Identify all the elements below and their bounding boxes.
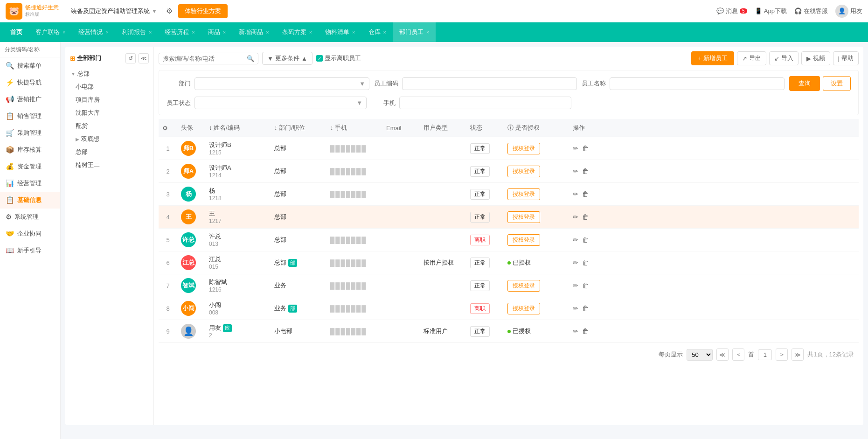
trial-button[interactable]: 体验行业方案 — [178, 4, 228, 18]
help-button[interactable]: | 帮助 — [833, 51, 859, 65]
col-phone[interactable]: ↕ 手机 — [326, 119, 382, 137]
authorize-button[interactable]: 授权登录 — [507, 143, 540, 154]
tab-goods[interactable]: 商品 × — [201, 22, 232, 42]
dept-filter-select[interactable]: ▼ — [194, 77, 369, 90]
sidebar-item-enterprise[interactable]: 🤝 企业协同 — [0, 225, 60, 242]
message-button[interactable]: 💬 消息 5 — [716, 7, 747, 15]
more-filter-button[interactable]: ▼ 更多条件 ▲ — [262, 52, 312, 65]
edit-icon[interactable]: ✏ — [573, 282, 578, 289]
add-employee-button[interactable]: + 新增员工 — [691, 51, 734, 65]
dept-refresh-button[interactable]: ↺ — [125, 53, 136, 63]
gear-button[interactable]: ⚙ — [166, 7, 173, 15]
edit-icon[interactable]: ✏ — [573, 145, 578, 152]
delete-icon[interactable]: 🗑 — [582, 145, 589, 152]
tab-employees[interactable]: 部门员工 × — [393, 22, 436, 42]
tab-bom[interactable]: 物料清单 × — [319, 22, 361, 42]
authorize-button[interactable]: 授权登录 — [507, 188, 540, 200]
sidebar-search-input[interactable] — [5, 46, 61, 53]
edit-icon[interactable]: ✏ — [573, 190, 578, 198]
employee-search-input[interactable] — [163, 55, 247, 62]
dept-node-small-electric[interactable]: 小电部 — [68, 80, 151, 93]
col-name[interactable]: ↕ 姓名/编码 — [205, 119, 271, 137]
col-settings[interactable]: ⚙ — [159, 119, 177, 137]
authorize-button[interactable]: 授权登录 — [507, 234, 540, 246]
show-resigned-toggle[interactable]: ✓ 显示离职员工 — [316, 54, 361, 63]
close-icon[interactable]: × — [426, 29, 429, 35]
close-icon[interactable]: × — [266, 29, 269, 35]
emp-code-input[interactable] — [402, 77, 577, 90]
export-button[interactable]: ↗ 导出 — [737, 51, 766, 65]
delete-icon[interactable]: 🗑 — [582, 213, 589, 221]
delete-icon[interactable]: 🗑 — [582, 328, 589, 335]
settings-button[interactable]: 设置 — [823, 76, 851, 91]
tab-profit[interactable]: 利润报告 × — [115, 22, 158, 42]
last-page-button[interactable]: ≫ — [792, 348, 804, 361]
sidebar-item-sales[interactable]: 📋 销售管理 — [0, 108, 60, 125]
next-page-button[interactable]: ＞ — [776, 348, 788, 361]
import-button[interactable]: ↙ 导入 — [769, 51, 799, 65]
current-page[interactable]: 1 — [758, 349, 772, 360]
delete-icon[interactable]: 🗑 — [582, 282, 589, 289]
page-size-select[interactable]: 50 100 — [687, 349, 713, 361]
phone-input[interactable] — [399, 97, 571, 109]
sidebar-item-inventory[interactable]: 📦 库存核算 — [0, 141, 60, 158]
edit-icon[interactable]: ✏ — [573, 259, 578, 266]
close-icon[interactable]: × — [383, 29, 386, 35]
prev-page-button[interactable]: ＜ — [732, 348, 744, 361]
sidebar-item-finance[interactable]: 💰 资金管理 — [0, 158, 60, 175]
tab-history[interactable]: 经营历程 × — [158, 22, 201, 42]
delete-icon[interactable]: 🗑 — [582, 190, 589, 198]
user-avatar[interactable]: 👤 用友 — [835, 5, 862, 18]
close-icon[interactable]: × — [352, 29, 355, 35]
sidebar-item-operations[interactable]: 📊 经营管理 — [0, 175, 60, 192]
sidebar-item-system[interactable]: ⚙ 系统管理 — [0, 209, 60, 225]
view-button[interactable]: ▶ 视频 — [801, 51, 830, 65]
close-icon[interactable]: × — [192, 29, 194, 35]
tab-new-goods[interactable]: 新增商品 × — [232, 22, 275, 42]
edit-icon[interactable]: ✏ — [573, 328, 578, 335]
close-icon[interactable]: × — [105, 29, 108, 35]
edit-icon[interactable]: ✏ — [573, 213, 578, 221]
first-page-button[interactable]: ≪ — [716, 348, 729, 361]
sidebar-item-guide[interactable]: 📖 新手引导 — [0, 242, 60, 259]
sidebar-item-basic-info[interactable]: 📋 基础信息 — [0, 192, 60, 209]
dept-node-double-bottom[interactable]: ▶ 双底想 — [68, 132, 151, 146]
sidebar-item-marketing[interactable]: 📢 营销推广 — [0, 91, 60, 108]
dept-node-headquarters-root[interactable]: ▼ 总部 — [68, 67, 151, 80]
close-icon[interactable]: × — [62, 29, 65, 35]
emp-status-select[interactable]: ▼ — [194, 97, 367, 109]
delete-icon[interactable]: 🗑 — [582, 305, 589, 312]
delete-icon[interactable]: 🗑 — [582, 259, 589, 266]
authorize-button[interactable]: 授权登录 — [507, 280, 540, 292]
close-icon[interactable]: × — [149, 29, 152, 35]
edit-icon[interactable]: ✏ — [573, 167, 578, 175]
dept-node-shenyang[interactable]: 沈阳大库 — [68, 106, 151, 119]
edit-icon[interactable]: ✏ — [573, 305, 578, 312]
tab-home[interactable]: 首页 — [4, 22, 29, 42]
authorize-button[interactable]: 授权登录 — [507, 211, 540, 223]
close-icon[interactable]: × — [309, 29, 312, 35]
dept-collapse-button[interactable]: ≪ — [139, 53, 149, 63]
dept-node-project-warehouse[interactable]: 项目库房 — [68, 93, 151, 106]
tab-warehouse[interactable]: 仓库 × — [362, 22, 393, 42]
online-service-button[interactable]: 🎧 在线客服 — [794, 7, 828, 15]
delete-icon[interactable]: 🗑 — [582, 167, 589, 175]
authorize-button[interactable]: 授权登录 — [507, 166, 540, 177]
app-download-button[interactable]: 📱 App下载 — [755, 7, 787, 15]
authorize-button[interactable]: 授权登录 — [507, 303, 540, 314]
emp-name-input[interactable] — [610, 77, 785, 90]
sidebar-item-quick-nav[interactable]: ⚡ 快捷导航 — [0, 74, 60, 91]
dept-node-nanshuwang[interactable]: 楠树王二 — [68, 159, 151, 172]
dept-node-distribution[interactable]: 配货 — [68, 119, 151, 132]
dept-all-label[interactable]: ⊞ 全部部门 — [70, 54, 123, 63]
dept-node-headquarters[interactable]: 总部 — [68, 146, 151, 159]
delete-icon[interactable]: 🗑 — [582, 236, 589, 244]
close-icon[interactable]: × — [223, 29, 226, 35]
sidebar-item-purchase[interactable]: 🛒 采购管理 — [0, 125, 60, 141]
query-button[interactable]: 查询 — [789, 76, 820, 91]
sidebar-item-search[interactable]: 🔍 搜索菜单 — [0, 57, 60, 74]
col-dept[interactable]: ↕ 部门/职位 — [271, 119, 326, 137]
tab-customer[interactable]: 客户联络 × — [29, 22, 72, 42]
edit-icon[interactable]: ✏ — [573, 236, 578, 244]
tab-barcode[interactable]: 条码方案 × — [276, 22, 319, 42]
